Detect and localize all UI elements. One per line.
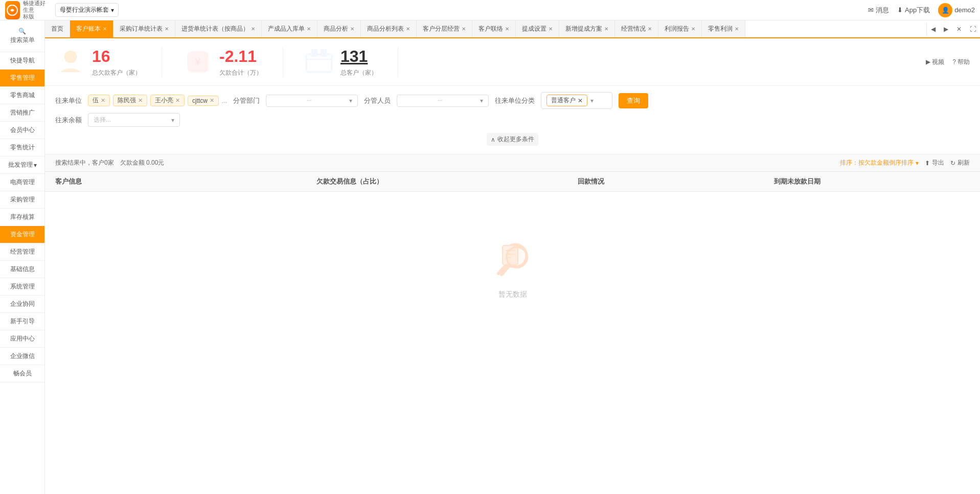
dept-dropdown-icon: ▾ [349,97,352,104]
stat-total-customers: 131 总客户（家） [283,47,398,77]
search-menu-label: 搜索菜单 [10,36,35,44]
sidebar-item-quick-nav[interactable]: 快捷导航 [0,52,44,70]
sidebar-item-retail-stats[interactable]: 零售统计 [0,139,44,156]
sidebar-item-ops[interactable]: 经营管理 [0,243,44,261]
export-btn[interactable]: ⬆ 导出 [925,159,944,167]
balance-select[interactable]: 选择... ▾ [88,113,180,127]
tabs-maximize-btn[interactable]: ⛶ [966,23,980,36]
tab-ops-status-close[interactable]: ✕ [648,26,652,32]
tab-new-prompt-plan-close[interactable]: ✕ [604,26,608,32]
person-select[interactable]: ··· ▾ [397,95,489,107]
sidebar-item-sys-mgmt[interactable]: 系统管理 [0,278,44,296]
unit-label: 往来单位 [55,96,82,105]
member-center-label: 会员中心 [10,126,35,133]
sidebar-item-vip[interactable]: 畅会员 [0,365,44,383]
user-avatar-btn[interactable]: 👤 demo2 [938,3,975,17]
tab-customer-segment-close[interactable]: ✕ [462,26,466,32]
tab-profit-report[interactable]: 利润报告 ✕ [658,20,702,37]
search-menu-btn[interactable]: 🔍 搜索菜单 [4,25,40,48]
stats-row: 16 总欠款客户（家） ¥ -2.11 欠款合计（万） [45,38,980,86]
tab-prompt-settings[interactable]: 提成设置 ✕ [516,20,559,37]
store-selector[interactable]: 母婴行业演示帐套 ▾ [55,3,119,17]
tag-cjttcw: cjttcw ✕ [188,96,219,106]
query-button[interactable]: 查询 [619,93,648,108]
tag-cjttcw-close[interactable]: ✕ [210,97,214,104]
unit-class-label: 往来单位分类 [495,96,535,105]
tabs-close-all-btn[interactable]: ✕ [952,23,966,36]
sidebar-item-marketing[interactable]: 营销推广 [0,104,44,122]
tab-home-label: 首页 [51,25,63,33]
tab-retail-profit[interactable]: 零售利润 ✕ [702,20,745,37]
tab-customer-book[interactable]: 客户账本 ✕ [70,20,113,37]
stat-total-customers-values: 131 总客户（家） [340,47,377,77]
tab-product-instock-close[interactable]: ✕ [307,26,311,32]
tab-product-analysis[interactable]: 商品分析 ✕ [317,20,361,37]
sidebar-item-new-guide[interactable]: 新手引导 [0,313,44,330]
collapse-btn[interactable]: ∧ 收起更多条件 [487,133,538,146]
dept-select[interactable]: ··· ▾ [266,95,358,107]
tag-cjttcw-label: cjttcw [192,97,208,104]
tab-home[interactable]: 首页 [45,20,70,37]
sidebar-item-enterprise[interactable]: 企业协同 [0,296,44,313]
sidebar-item-finance[interactable]: 资金管理 [0,226,44,243]
tab-customer-contact-label: 客户联络 [478,25,503,33]
tab-customer-book-close[interactable]: ✕ [103,26,107,32]
tab-new-prompt-plan[interactable]: 新增提成方案 ✕ [559,20,615,37]
search-icon: 🔍 [18,28,26,35]
tabs-next-btn[interactable]: ▶ [940,23,952,36]
tab-customer-segment-label: 客户分层经营 [423,25,460,33]
tab-instock-stats[interactable]: 进货单统计表（按商品） ✕ [175,20,262,37]
tag-chenminqiang-close[interactable]: ✕ [138,97,143,104]
sidebar-item-basic-info[interactable]: 基础信息 [0,261,44,278]
tag-chenminqiang-label: 陈民强 [118,96,136,105]
debt-total-value: -2.11 [219,47,262,66]
tab-customer-contact[interactable]: 客户联络 ✕ [472,20,516,37]
unit-class-dropdown-icon: ▾ [590,97,594,104]
tab-ops-status[interactable]: 经营情况 ✕ [615,20,658,37]
tab-purchase-order-stats[interactable]: 采购订单统计表 ✕ [113,20,175,37]
tab-retail-profit-close[interactable]: ✕ [735,26,739,32]
retail-stats-label: 零售统计 [10,144,35,151]
sidebar-item-wholesale-mgmt[interactable]: 批发管理 ▾ [0,156,44,174]
sidebar-item-ecommerce[interactable]: 电商管理 [0,174,44,191]
unit-class-tag-close[interactable]: ✕ [578,97,583,104]
refresh-icon: ↻ [950,160,955,167]
help-btn[interactable]: ? 帮助 [952,58,970,66]
tag-wangxiaoliang-close[interactable]: ✕ [175,97,180,104]
empty-text: 暂无数据 [498,290,527,299]
quick-nav-label: 快捷导航 [10,57,35,64]
query-button-label: 查询 [627,97,640,104]
tab-prompt-settings-close[interactable]: ✕ [549,26,553,32]
sidebar-item-retail-mgmt[interactable]: 零售管理 [0,70,44,87]
empty-state: 暂无数据 [45,192,980,340]
tabs-prev-btn[interactable]: ◀ [927,23,940,36]
tab-product-analysis-close[interactable]: ✕ [350,26,354,32]
more-tags-btn[interactable]: ... [222,97,227,104]
sidebar-item-purchase[interactable]: 采购管理 [0,191,44,209]
tab-product-analysis-list-label: 商品分析列表 [367,25,404,33]
app-download-btn[interactable]: ⬇ App下载 [897,6,930,15]
video-btn[interactable]: ▶ 视频 [926,58,944,66]
stat-debt-total-values: -2.11 欠款合计（万） [219,47,262,77]
table-header: 客户信息 欠款交易信息（占比） 回款情况 到期未放款日期 [45,172,980,192]
sidebar-item-enterprise-wx[interactable]: 企业微信 [0,348,44,365]
unit-filter-tags: 伍 ✕ 陈民强 ✕ 王小亮 ✕ cjttcw ✕ [88,95,227,106]
sidebar-item-app-center[interactable]: 应用中心 [0,330,44,348]
sidebar-item-inventory[interactable]: 库存核算 [0,209,44,226]
tab-purchase-order-stats-close[interactable]: ✕ [165,26,169,32]
total-debt-customers-value: 16 [92,47,141,66]
sort-select[interactable]: 排序：按欠款金额倒序排序 ▾ [840,159,919,167]
unit-class-select[interactable]: 普通客户 ✕ ▾ [541,92,612,109]
tab-customer-contact-close[interactable]: ✕ [505,26,509,32]
tab-profit-report-close[interactable]: ✕ [691,26,695,32]
tab-product-analysis-list-close[interactable]: ✕ [406,26,410,32]
tab-customer-segment[interactable]: 客户分层经营 ✕ [417,20,472,37]
sidebar-item-retail-mall[interactable]: 零售商城 [0,87,44,104]
tab-instock-stats-close[interactable]: ✕ [251,26,255,32]
message-btn[interactable]: ✉ 消息 [868,6,889,15]
tab-product-instock[interactable]: 产成品入库单 ✕ [262,20,317,37]
sidebar-item-member-center[interactable]: 会员中心 [0,122,44,139]
tag-wu-close[interactable]: ✕ [101,97,105,104]
refresh-btn[interactable]: ↻ 刷新 [950,159,970,167]
tab-product-analysis-list[interactable]: 商品分析列表 ✕ [361,20,417,37]
